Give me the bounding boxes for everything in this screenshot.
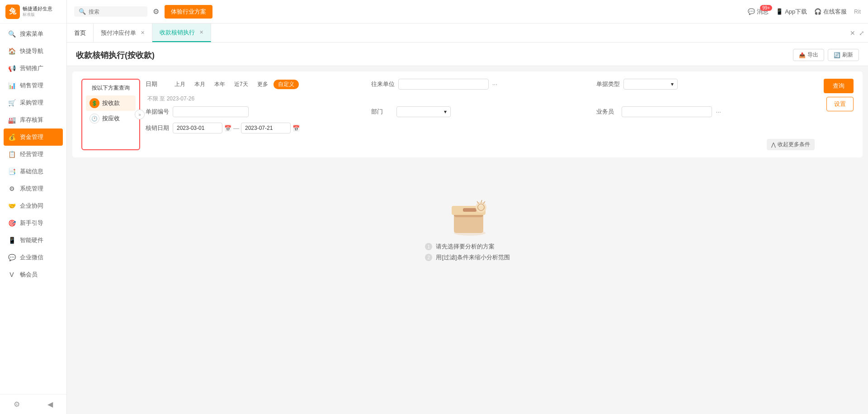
service-icon: 🎧	[814, 8, 821, 15]
sidebar: 兔 畅捷通好生意 标准版 🔍 搜索菜单 🏠 快捷导航 📢 营销推广 📊 销售管理…	[0, 0, 67, 414]
sidebar-label-wechat: 企业微信	[20, 253, 43, 262]
sidebar-item-marketing[interactable]: 📢 营销推广	[0, 60, 66, 77]
svg-rect-4	[463, 208, 476, 212]
sidebar-item-collab[interactable]: 🤝 企业协同	[0, 197, 66, 214]
member-icon: V	[7, 271, 16, 278]
dept-select[interactable]: ▾	[396, 106, 451, 117]
tab-home-label: 首页	[74, 29, 86, 37]
empty-text-list: 1 请先选择要分析的方案 2 用[过滤]条件来缩小分析范围	[425, 243, 509, 264]
inventory-icon: 🏭	[7, 116, 16, 124]
tab-expand-icon[interactable]: ⤢	[859, 29, 864, 37]
collapse-chevron-icon: ⋀	[771, 142, 776, 148]
app-download-btn[interactable]: 📱 App下载	[776, 8, 807, 16]
empty-svg	[445, 190, 495, 240]
filter-panel: 按以下方案查询 💲 按收款 🕐 按应收 »	[72, 71, 863, 157]
chevron-down-icon: ▾	[671, 81, 674, 87]
filter-sidebar-title: 按以下方案查询	[86, 84, 136, 92]
doc-number-input[interactable]	[173, 106, 249, 117]
date-this-month-btn[interactable]: 本月	[191, 80, 209, 89]
tab-close-icon[interactable]: ✕	[850, 29, 855, 37]
verification-date-end[interactable]	[241, 123, 291, 133]
industry-btn[interactable]: 体验行业方案	[165, 5, 212, 19]
topbar-search-box[interactable]: 🔍	[74, 6, 147, 17]
hardware-icon: 📱	[7, 237, 16, 244]
sidebar-item-guide[interactable]: 🎯 新手引导	[0, 214, 66, 232]
app-name: 畅捷通好生意	[23, 5, 52, 12]
counterpart-dotdot[interactable]: ···	[492, 81, 498, 88]
purchase-icon: 🛒	[7, 99, 16, 106]
filter-option-receivable-label: 按应收	[102, 114, 120, 123]
sidebar-footer: ⚙ ◀	[0, 394, 66, 414]
staff-dotdot[interactable]: ···	[716, 108, 721, 115]
sidebar-label-guide: 新手引导	[20, 219, 43, 227]
tab-home[interactable]: 首页	[67, 24, 94, 42]
sidebar-item-inventory[interactable]: 🏭 库存核算	[0, 111, 66, 128]
receivable-option-icon: 🕐	[90, 114, 99, 124]
filter-option-by-collection[interactable]: 💲 按收款	[86, 95, 136, 111]
settings-button[interactable]: 设置	[826, 97, 854, 111]
collapse-sidebar-btn[interactable]: »	[135, 109, 145, 119]
sidebar-label-sales: 销售管理	[20, 81, 43, 90]
tab-collection-label: 收款核销执行	[160, 29, 195, 37]
message-icon: 💬	[748, 8, 755, 15]
doc-type-select[interactable]: ▾	[623, 79, 678, 90]
sidebar-item-search[interactable]: 🔍 搜索菜单	[0, 25, 66, 43]
collapse-more-btn[interactable]: ⋀ 收起更多条件	[767, 139, 815, 150]
sidebar-item-member[interactable]: V 畅会员	[0, 266, 66, 283]
filter-option-by-receivable[interactable]: 🕐 按应收	[86, 111, 136, 126]
date-more-btn[interactable]: 更多	[254, 80, 272, 89]
page-actions: 📤 导出 🔄 刷新	[793, 49, 859, 61]
collapse-btn-label: 收起更多条件	[778, 141, 810, 148]
sidebar-item-wechat[interactable]: 💬 企业微信	[0, 249, 66, 266]
tab-collection[interactable]: 收款核销执行 ✕	[152, 24, 211, 42]
export-label: 导出	[807, 51, 818, 59]
message-btn[interactable]: 💬 消息 99+	[748, 8, 769, 16]
sidebar-item-sales[interactable]: 📊 销售管理	[0, 77, 66, 94]
operations-icon: 📋	[7, 151, 16, 158]
calendar-end-icon[interactable]: 📅	[292, 125, 300, 132]
date-last-month-btn[interactable]: 上月	[171, 80, 189, 89]
tab-collection-close[interactable]: ✕	[199, 29, 203, 35]
refresh-button[interactable]: 🔄 刷新	[828, 49, 859, 61]
verification-date-label: 核销日期	[146, 124, 169, 132]
sidebar-label-system: 系统管理	[20, 185, 43, 193]
date-custom-btn[interactable]: 自定义	[274, 80, 299, 89]
sidebar-item-nav[interactable]: 🏠 快捷导航	[0, 43, 66, 60]
staff-input[interactable]	[622, 106, 712, 117]
empty-hint-1: 1 请先选择要分析的方案	[425, 243, 509, 251]
gear-icon[interactable]: ⚙	[153, 7, 159, 16]
sidebar-item-hardware[interactable]: 📱 智能硬件	[0, 232, 66, 249]
home-icon: 🏠	[7, 48, 16, 55]
verification-date-field: 核销日期 📅 — 📅	[146, 123, 815, 133]
sidebar-nav: 🔍 搜索菜单 🏠 快捷导航 📢 营销推广 📊 销售管理 🛒 采购管理 🏭 库存核…	[0, 24, 66, 394]
verification-date-start[interactable]	[173, 123, 222, 133]
date-7days-btn[interactable]: 近7天	[231, 80, 252, 89]
query-button[interactable]: 查询	[824, 79, 854, 93]
settings-gear-icon[interactable]: ⚙	[14, 400, 20, 409]
collapse-sidebar-icon[interactable]: ◀	[47, 400, 53, 409]
sidebar-item-finance[interactable]: 💰 资金管理	[4, 128, 63, 146]
doc-type-label: 单据类型	[596, 80, 620, 88]
calendar-start-icon[interactable]: 📅	[224, 125, 231, 132]
sidebar-item-purchase[interactable]: 🛒 采购管理	[0, 94, 66, 111]
tab-prepay-close[interactable]: ✕	[141, 30, 145, 36]
date-this-year-btn[interactable]: 本年	[211, 80, 229, 89]
sidebar-item-system[interactable]: ⚙ 系统管理	[0, 180, 66, 197]
counterpart-input[interactable]	[398, 79, 489, 90]
doc-type-field: 单据类型 ▾	[596, 79, 815, 90]
empty-hint-2-text: 用[过滤]条件来缩小分析范围	[436, 253, 509, 262]
sidebar-item-basic-info[interactable]: 📑 基础信息	[0, 163, 66, 180]
sales-icon: 📊	[7, 82, 16, 89]
tab-prepay[interactable]: 预付冲应付单 ✕	[94, 24, 152, 42]
online-service-btn[interactable]: 🎧 在线客服	[814, 8, 847, 16]
collab-icon: 🤝	[7, 202, 16, 209]
sidebar-label-basic-info: 基础信息	[20, 167, 43, 176]
page-title: 收款核销执行(按收款)	[76, 50, 155, 61]
search-input[interactable]	[89, 9, 143, 15]
export-button[interactable]: 📤 导出	[793, 49, 824, 61]
online-service-label: 在线客服	[823, 8, 847, 16]
empty-illustration	[445, 190, 490, 235]
sidebar-item-operations[interactable]: 📋 经营管理	[0, 146, 66, 163]
empty-hint-1-text: 请先选择要分析的方案	[436, 243, 495, 251]
sidebar-label-operations: 经营管理	[20, 150, 43, 158]
